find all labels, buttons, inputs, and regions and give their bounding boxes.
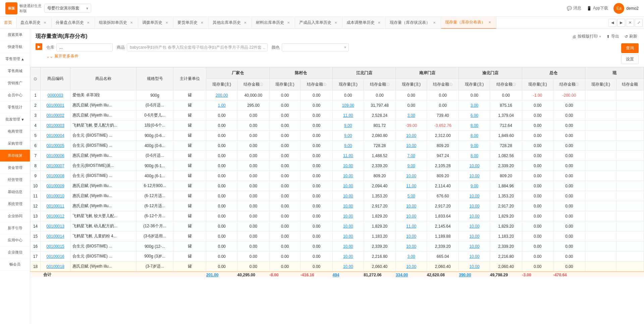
sidebar-item-weixin[interactable]: 企业微信: [0, 246, 30, 259]
jb-qty[interactable]: 10.00: [332, 221, 364, 231]
tab-close-icon[interactable]: ✕: [243, 20, 248, 25]
zt-qty[interactable]: -1.00: [522, 90, 553, 100]
sidebar-item-apps[interactable]: 应用中心: [0, 234, 30, 246]
code-cell[interactable]: 00100006: [41, 151, 70, 161]
code-cell[interactable]: 00100012: [41, 211, 70, 221]
sidebar-item-retail-mgmt[interactable]: 零售管理 ▲: [0, 53, 30, 65]
tab-close-icon[interactable]: ✕: [164, 20, 169, 25]
na-qty[interactable]: 11.00: [396, 181, 427, 191]
print-btn[interactable]: 🖨 按模版打印 ▾: [571, 33, 602, 40]
yb-qty[interactable]: 10.00: [459, 191, 490, 201]
sidebar-item-member2[interactable]: 畅会员: [0, 259, 30, 271]
jb-qty[interactable]: 11.00: [332, 151, 364, 161]
yb-qty[interactable]: 10.00: [459, 221, 490, 231]
tab-material-out[interactable]: 材料出库单历史 ✕: [252, 17, 295, 29]
jb-qty[interactable]: 10.00: [332, 262, 364, 272]
footer-nanan-qty[interactable]: 334.00: [396, 272, 427, 278]
yb-qty[interactable]: 3.00: [459, 100, 490, 110]
tab-assemble[interactable]: 组装拆卸单历史 ✕: [95, 17, 138, 29]
na-qty[interactable]: 10.00: [396, 262, 427, 272]
code-cell[interactable]: 00100002: [41, 110, 70, 121]
yb-qty[interactable]: 9.00: [459, 141, 490, 151]
tab-home[interactable]: 首页: [0, 17, 16, 29]
jb-qty[interactable]: 10.00: [332, 171, 364, 181]
tab-stock-status[interactable]: 现存量（库存状况表） ✕: [386, 17, 441, 29]
tab-inventory-check[interactable]: 盘点单历史 ✕: [16, 17, 52, 29]
code-cell[interactable]: 00100001: [41, 100, 70, 110]
sidebar-item-system[interactable]: 系统管理: [0, 198, 30, 210]
jb-qty[interactable]: 10.00: [332, 181, 364, 191]
tab-next-btn[interactable]: ▶: [617, 19, 625, 27]
tab-cost-adjust[interactable]: 成本调整单历史 ✕: [342, 17, 386, 29]
code-cell[interactable]: 00100007: [41, 161, 70, 171]
sidebar-item-retail-stats[interactable]: 零售统计: [0, 101, 30, 113]
tab-close-icon[interactable]: ✕: [432, 20, 437, 25]
code-cell[interactable]: 00100008: [41, 171, 70, 181]
jb-qty[interactable]: 10.00: [332, 161, 364, 171]
yb-qty[interactable]: 8.00: [459, 151, 490, 161]
jb-qty[interactable]: 9.00: [332, 121, 364, 131]
footer-jiangbei-qty[interactable]: 494: [332, 272, 364, 278]
tab-close-icon[interactable]: ✕: [43, 20, 47, 25]
sidebar-item-enterprise[interactable]: 企业协同: [0, 210, 30, 222]
code-cell[interactable]: 0000003: [41, 90, 70, 100]
jb-qty[interactable]: 9.00: [332, 141, 364, 151]
tab-close-icon[interactable]: ✕: [377, 20, 381, 25]
tab-close-icon[interactable]: ✕: [86, 20, 91, 25]
na-qty[interactable]: 10.00: [396, 201, 427, 211]
jb-qty[interactable]: 10.00: [332, 231, 364, 241]
yb-qty[interactable]: 10.00: [459, 241, 490, 251]
tab-split-check[interactable]: 分量盘点单历史 ✕: [52, 17, 95, 29]
sidebar-item-members[interactable]: 会员中心: [0, 89, 30, 101]
yb-qty[interactable]: 9.00: [459, 181, 490, 191]
yb-qty[interactable]: 6.00: [459, 110, 490, 121]
jb-qty[interactable]: 109.00: [332, 100, 364, 110]
na-qty[interactable]: 10.00: [396, 231, 427, 241]
message-btn[interactable]: 💬 消息: [567, 5, 581, 11]
code-cell[interactable]: 00100015: [41, 241, 70, 251]
jb-qty[interactable]: 9.00: [332, 131, 364, 141]
app-download-btn[interactable]: 📱 App下载: [587, 5, 608, 11]
settings-icon[interactable]: ⚙: [33, 76, 38, 82]
jb-qty[interactable]: 11.00: [332, 110, 364, 121]
na-qty[interactable]: -39.00: [396, 121, 427, 131]
yb-qty[interactable]: 10.00: [459, 171, 490, 181]
code-cell[interactable]: 00100016: [41, 251, 70, 262]
sidebar-item-search[interactable]: 搜索英单: [0, 29, 30, 41]
sidebar-item-basic[interactable]: 基础信息: [0, 186, 30, 198]
na-qty[interactable]: 7.00: [396, 151, 427, 161]
sidebar-item-finance[interactable]: 资金管理: [0, 162, 30, 174]
yb-qty[interactable]: 8.00: [459, 121, 490, 131]
code-cell[interactable]: 00100018: [41, 262, 70, 272]
yb-qty[interactable]: 10.00: [459, 231, 490, 241]
cj-qty[interactable]: 200.00: [206, 90, 237, 100]
code-cell[interactable]: 00100014: [41, 231, 70, 241]
expand-conditions-btn[interactable]: ⌄⌄ 展开更多条件: [46, 53, 614, 59]
refresh-btn[interactable]: ↺ 刷新: [623, 33, 639, 40]
sidebar-item-operations[interactable]: 经营管理: [0, 174, 30, 186]
na-qty[interactable]: 10.00: [396, 241, 427, 251]
yb-qty[interactable]: 10.00: [459, 211, 490, 221]
sidebar-item-guide[interactable]: 新手引导: [0, 222, 30, 234]
warehouse-input[interactable]: [56, 43, 113, 51]
code-cell[interactable]: 00100013: [41, 221, 70, 231]
export-btn[interactable]: ⬆ 导出: [605, 33, 621, 40]
code-cell[interactable]: 00100003: [41, 121, 70, 131]
na-qty[interactable]: 3.00: [396, 110, 427, 121]
tab-close-icon[interactable]: ✕: [286, 20, 291, 25]
na-qty[interactable]: 10.00: [396, 211, 427, 221]
footer-changjiacao-qty[interactable]: 201.00: [206, 272, 237, 278]
tab-prev-btn[interactable]: ◀: [608, 19, 616, 27]
industry-selector[interactable]: 母婴行业演示陈套 ▾: [44, 4, 91, 13]
na-qty[interactable]: 11.00: [396, 221, 427, 231]
code-cell[interactable]: 00100011: [41, 201, 70, 211]
footer-yubei-qty[interactable]: 390.00: [459, 272, 490, 278]
jb-qty[interactable]: 10.00: [332, 211, 364, 221]
na-qty[interactable]: 9.00: [396, 161, 427, 171]
tab-product-in[interactable]: 产成品入库单历史 ✕: [295, 17, 342, 29]
jb-qty[interactable]: 10.00: [332, 191, 364, 201]
yb-qty[interactable]: 10.00: [459, 251, 490, 262]
tab-close-icon[interactable]: ✕: [487, 20, 492, 25]
code-cell[interactable]: 00100005: [41, 141, 70, 151]
query-button[interactable]: 查询: [621, 43, 639, 53]
